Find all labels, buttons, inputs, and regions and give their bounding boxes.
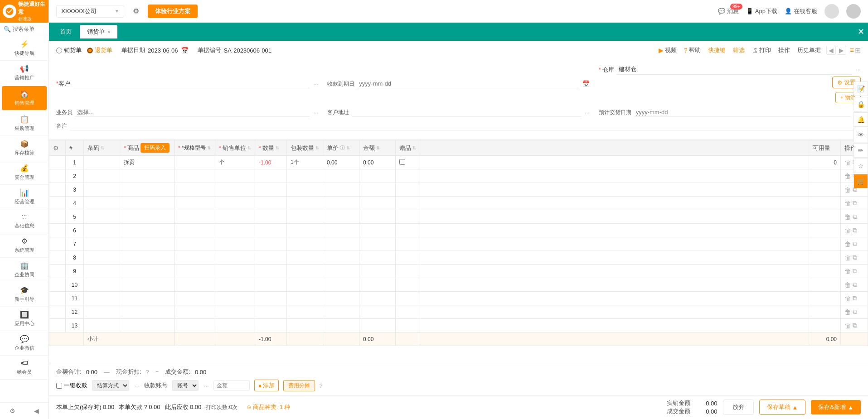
copy-icon[interactable]: ⧉ bbox=[853, 308, 857, 316]
row-goods[interactable] bbox=[120, 169, 175, 183]
copy-icon[interactable]: ⧉ bbox=[853, 226, 857, 234]
customer-dots[interactable]: ··· bbox=[313, 81, 318, 87]
float-btn-6[interactable]: ☆ bbox=[853, 159, 868, 173]
row-price[interactable] bbox=[323, 210, 359, 224]
amount-input[interactable] bbox=[213, 380, 250, 390]
row-pkgqty[interactable]: 1个 bbox=[287, 156, 323, 169]
tab-home[interactable]: 首页 bbox=[53, 25, 79, 39]
row-spec[interactable] bbox=[175, 265, 215, 278]
online-service-button[interactable]: 👤 在线客服 bbox=[785, 7, 817, 15]
payment-checkbox-input[interactable] bbox=[56, 383, 62, 389]
delivery-date-input[interactable] bbox=[634, 108, 850, 117]
row-unit[interactable] bbox=[215, 237, 255, 251]
row-qty[interactable] bbox=[255, 278, 287, 292]
settlement-dots[interactable]: ··· bbox=[135, 382, 140, 389]
owe-help-icon[interactable]: ? bbox=[144, 404, 147, 410]
sort-gift-icon[interactable]: ⇅ bbox=[412, 145, 416, 150]
sort-price-icon[interactable]: ⇅ bbox=[346, 145, 350, 150]
row-gift[interactable] bbox=[396, 292, 420, 305]
sidebar-item-member[interactable]: 🏷 畅会员 bbox=[0, 356, 48, 380]
avatar2[interactable] bbox=[846, 4, 861, 19]
avatar[interactable] bbox=[824, 4, 839, 19]
row-unit[interactable] bbox=[215, 224, 255, 237]
row-pkgqty[interactable] bbox=[287, 265, 323, 278]
row-memo[interactable] bbox=[420, 278, 809, 292]
row-price[interactable] bbox=[323, 278, 359, 292]
delete-icon[interactable]: 🗑 bbox=[844, 241, 851, 248]
sidebar-item-sales[interactable]: 🏠 销售管理 bbox=[2, 86, 47, 111]
row-gift[interactable] bbox=[396, 251, 420, 265]
row-gift[interactable] bbox=[396, 156, 420, 169]
row-goods[interactable] bbox=[120, 278, 175, 292]
row-spec[interactable] bbox=[175, 156, 215, 169]
row-memo[interactable] bbox=[420, 292, 809, 305]
copy-icon[interactable]: ⧉ bbox=[853, 213, 857, 221]
radio-return[interactable]: 退货单 bbox=[87, 46, 112, 54]
customer-input[interactable] bbox=[73, 79, 310, 88]
radio-sales-input[interactable] bbox=[56, 48, 62, 53]
app-download-button[interactable]: 📱 App下载 bbox=[746, 7, 777, 15]
row-spec[interactable] bbox=[175, 278, 215, 292]
row-pkgqty[interactable] bbox=[287, 169, 323, 183]
sort-unit-icon[interactable]: ⇅ bbox=[247, 145, 251, 150]
row-price[interactable] bbox=[323, 197, 359, 210]
row-goods[interactable] bbox=[120, 251, 175, 265]
th-settings[interactable]: ⚙ bbox=[49, 140, 66, 156]
scan-button[interactable]: 扫码录入 bbox=[141, 143, 170, 153]
row-spec[interactable] bbox=[175, 305, 215, 319]
row-gift[interactable] bbox=[396, 319, 420, 332]
row-qty[interactable] bbox=[255, 237, 287, 251]
row-spec[interactable] bbox=[175, 237, 215, 251]
warehouse-value[interactable]: 建材仓 bbox=[617, 64, 852, 75]
row-amount[interactable] bbox=[359, 237, 396, 251]
next-btn[interactable]: ▶ bbox=[837, 46, 846, 55]
row-pkgqty[interactable] bbox=[287, 278, 323, 292]
row-price[interactable] bbox=[323, 237, 359, 251]
row-goods[interactable] bbox=[120, 237, 175, 251]
salesman-input[interactable] bbox=[75, 108, 310, 117]
row-memo[interactable] bbox=[420, 251, 809, 265]
row-gift[interactable] bbox=[396, 197, 420, 210]
discard-button[interactable]: 放弃 bbox=[723, 400, 754, 415]
float-btn-4[interactable]: 👁 bbox=[853, 128, 868, 142]
message-button[interactable]: 💬 消息 99+ bbox=[718, 7, 739, 15]
row-amount[interactable] bbox=[359, 183, 396, 197]
history-btn[interactable]: 历史单据 bbox=[795, 45, 823, 55]
operate-btn[interactable]: 操作 bbox=[776, 45, 792, 55]
row-amount[interactable] bbox=[359, 305, 396, 319]
row-unit[interactable] bbox=[215, 251, 255, 265]
sidebar-item-system[interactable]: ⚙ 系统管理 bbox=[0, 233, 48, 258]
row-unit[interactable]: 个 bbox=[215, 156, 255, 169]
row-qty[interactable] bbox=[255, 265, 287, 278]
row-unit[interactable] bbox=[215, 183, 255, 197]
row-memo[interactable] bbox=[420, 210, 809, 224]
sidebar-item-finance[interactable]: 💰 资金管理 bbox=[0, 160, 48, 185]
video-btn[interactable]: ▶ 视频 bbox=[657, 45, 679, 55]
customer-address-input[interactable] bbox=[352, 108, 581, 117]
tab-sales-order[interactable]: 销货单 × bbox=[80, 25, 117, 39]
row-price[interactable] bbox=[323, 183, 359, 197]
row-spec[interactable] bbox=[175, 197, 215, 210]
collapse-icon[interactable]: ◀ bbox=[32, 405, 41, 416]
experience-button[interactable]: 体验行业方案 bbox=[148, 5, 198, 18]
row-spec[interactable] bbox=[175, 210, 215, 224]
row-qty[interactable] bbox=[255, 292, 287, 305]
row-memo[interactable] bbox=[420, 305, 809, 319]
delete-icon[interactable]: 🗑 bbox=[844, 254, 851, 261]
row-goods[interactable] bbox=[120, 224, 175, 237]
row-amount[interactable] bbox=[359, 319, 396, 332]
sidebar-item-inventory[interactable]: 📦 库存核算 bbox=[0, 136, 48, 160]
row-price[interactable] bbox=[323, 292, 359, 305]
row-pkgqty[interactable] bbox=[287, 224, 323, 237]
filter-btn[interactable]: 筛选 bbox=[731, 45, 747, 55]
help-btn[interactable]: ? 帮助 bbox=[682, 45, 703, 55]
row-amount[interactable] bbox=[359, 169, 396, 183]
row-qty[interactable] bbox=[255, 197, 287, 210]
delete-icon[interactable]: 🗑 bbox=[844, 322, 851, 329]
row-memo[interactable] bbox=[420, 197, 809, 210]
delete-icon[interactable]: 🗑 bbox=[844, 213, 851, 221]
row-pkgqty[interactable] bbox=[287, 292, 323, 305]
row-amount[interactable] bbox=[359, 292, 396, 305]
sidebar-search[interactable]: 🔍 搜索菜单 bbox=[0, 23, 48, 36]
remark-input[interactable] bbox=[70, 121, 861, 130]
